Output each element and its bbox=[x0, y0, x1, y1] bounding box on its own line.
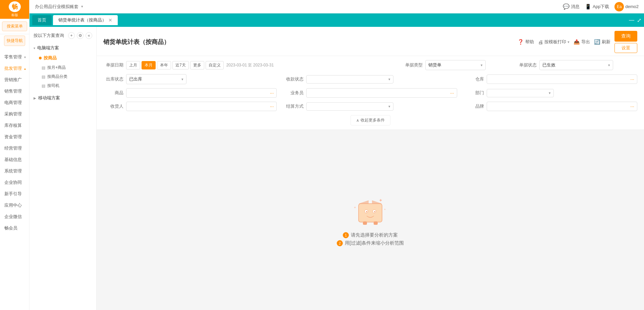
sidebar-item-purchase[interactable]: 采购管理 bbox=[0, 108, 29, 120]
sidebar-item-wholesale[interactable]: 批发管理 ▴ bbox=[0, 63, 29, 74]
minimize-icon[interactable]: — bbox=[629, 17, 634, 23]
wechat-label: 企业微信 bbox=[4, 214, 22, 220]
user-avatar: Ea bbox=[614, 2, 624, 11]
sidebar-item-newbie[interactable]: 新手引导 bbox=[0, 188, 29, 200]
collapse-label: 收起更多条件 bbox=[361, 117, 385, 123]
refresh-button[interactable]: 🔄 刷新 bbox=[594, 39, 610, 45]
hint-2-text: 用[过滤]条件来缩小分析范围 bbox=[345, 240, 404, 246]
print-dropdown-icon[interactable]: ▾ bbox=[568, 40, 570, 44]
product-dots[interactable]: ··· bbox=[270, 90, 274, 96]
app-download-button[interactable]: 📱 App下载 bbox=[585, 4, 609, 10]
workspace-dropdown[interactable]: ▾ bbox=[81, 4, 83, 9]
date-more[interactable]: 更多 bbox=[190, 61, 204, 69]
help-button[interactable]: ❓ 帮助 bbox=[518, 39, 534, 45]
sidebar-item-ecommerce[interactable]: 电商管理 bbox=[0, 97, 29, 108]
right-panel: 销货单统计表（按商品） ❓ 帮助 🖨 按模板打印 ▾ 📤 导出 bbox=[97, 27, 644, 310]
mobile-section-arrow: ▶ bbox=[34, 96, 36, 100]
tab-home[interactable]: 首页 bbox=[32, 15, 52, 25]
doc-type-value: 销货单 bbox=[428, 62, 441, 68]
sidebar-item-inventory[interactable]: 库存核算 bbox=[0, 120, 29, 131]
product-category-label: 按商品分类 bbox=[47, 74, 67, 80]
export-button[interactable]: 📤 导出 bbox=[574, 39, 590, 45]
salesperson-dots[interactable]: ··· bbox=[450, 90, 454, 96]
header-left: 办公用品行业模拟账套 ▾ bbox=[35, 4, 83, 10]
sidebar-item-marketing[interactable]: 营销推广 bbox=[0, 74, 29, 86]
date-7days[interactable]: 近7天 bbox=[172, 61, 189, 69]
query-button[interactable]: 查询 bbox=[614, 31, 637, 42]
collapse-filters-button[interactable]: ∧ 收起更多条件 bbox=[351, 115, 390, 125]
pc-section-header[interactable]: ▾ 电脑端方案 bbox=[30, 43, 96, 53]
sidebar-item-finance[interactable]: 资金管理 bbox=[0, 131, 29, 143]
user-menu[interactable]: Ea demo2 bbox=[614, 2, 639, 11]
settings-button[interactable]: 设置 bbox=[614, 43, 637, 53]
warehouse-dots[interactable]: ··· bbox=[630, 76, 634, 82]
sidebar-item-enterprise[interactable]: 企业协同 bbox=[0, 177, 29, 188]
out-status-select[interactable]: 已出库 ▾ bbox=[126, 74, 186, 84]
active-tab-label: 销货单统计表（按商品） bbox=[58, 17, 106, 23]
page-title: 销货单统计表（按商品） bbox=[103, 38, 170, 46]
sidebar-item-wechat[interactable]: 企业微信 bbox=[0, 211, 29, 222]
scheme-panel: 按以下方案查询 + ⚙ « ▾ 电脑端方案 按商品 bbox=[30, 27, 97, 310]
print-label: 按模板打印 bbox=[544, 39, 566, 45]
pc-section-label: 电脑端方案 bbox=[37, 45, 59, 51]
sidebar-item-basic[interactable]: 基础信息 bbox=[0, 154, 29, 165]
filter-product: 商品 ··· bbox=[103, 88, 277, 98]
doc-type-label: 单据类型 bbox=[402, 62, 423, 68]
settlement-arrow: ▾ bbox=[388, 104, 390, 109]
collect-status-select[interactable]: ▾ bbox=[306, 75, 393, 84]
ecommerce-label: 电商管理 bbox=[4, 100, 22, 106]
mobile-scheme-section: ▶ 移动端方案 bbox=[30, 92, 96, 104]
hint-1-text: 请先选择要分析的方案 bbox=[351, 232, 398, 238]
recipient-dots[interactable]: ··· bbox=[270, 104, 274, 109]
sidebar-item-retail[interactable]: 零售管理 ▾ bbox=[0, 51, 29, 63]
filter-section: 单据日期 上月 本月 本年 近7天 更多 自定义 2023-03-01 至 20… bbox=[97, 56, 644, 130]
collect-status-arrow: ▾ bbox=[388, 77, 390, 82]
date-last-month[interactable]: 上月 bbox=[126, 61, 140, 69]
date-this-month[interactable]: 本月 bbox=[142, 61, 156, 69]
department-select[interactable]: ▾ bbox=[487, 89, 554, 97]
close-tab-icon[interactable]: ✕ bbox=[108, 17, 112, 23]
doc-type-select[interactable]: 销货单 ▾ bbox=[425, 60, 486, 70]
collapse-scheme-button[interactable]: « bbox=[86, 32, 92, 39]
search-menu-button[interactable]: 搜索菜单 bbox=[2, 21, 27, 31]
print-icon: 🖨 bbox=[538, 39, 543, 45]
date-this-year[interactable]: 本年 bbox=[157, 61, 171, 69]
logo-area: 畅 标版 bbox=[0, 0, 29, 19]
sidebar-item-sales[interactable]: 销售管理 bbox=[0, 86, 29, 97]
date-custom[interactable]: 自定义 bbox=[206, 61, 224, 69]
purchase-label: 采购管理 bbox=[4, 111, 22, 117]
member-label: 畅会员 bbox=[4, 225, 17, 231]
settlement-select[interactable]: ▾ bbox=[306, 102, 393, 111]
scheme-sub-item-cashier[interactable]: ▤ 按司机 bbox=[30, 81, 96, 90]
filter-out-status: 出库状态 已出库 ▾ bbox=[103, 74, 277, 84]
tab-active[interactable]: 销货单统计表（按商品） ✕ bbox=[53, 15, 118, 25]
scheme-sub-item-product-category[interactable]: ▤ 按商品分类 bbox=[30, 72, 96, 81]
doc-status-select[interactable]: 已生效 ▾ bbox=[539, 60, 613, 70]
user-name: demo2 bbox=[625, 4, 639, 9]
step-1-icon: 1 bbox=[343, 232, 349, 238]
maximize-icon[interactable]: ⤢ bbox=[637, 17, 641, 23]
sidebar-item-operation[interactable]: 经营管理 bbox=[0, 143, 29, 154]
sidebar-item-system[interactable]: 系统管理 bbox=[0, 165, 29, 177]
message-button[interactable]: 💬 消息 bbox=[563, 3, 580, 10]
scheme-item-by-product[interactable]: 按商品 bbox=[30, 53, 96, 63]
main-area: 办公用品行业模拟账套 ▾ 💬 消息 📱 App下载 Ea demo2 首页 销货… bbox=[30, 0, 644, 310]
basic-label: 基础信息 bbox=[4, 157, 22, 163]
sidebar-item-apps[interactable]: 应用中心 bbox=[0, 200, 29, 211]
doc-type-arrow: ▾ bbox=[481, 63, 483, 67]
add-scheme-button[interactable]: + bbox=[68, 32, 75, 39]
brand-dots[interactable]: ··· bbox=[630, 104, 634, 109]
month-product-icon: ▤ bbox=[42, 65, 45, 70]
cashier-label: 按司机 bbox=[47, 83, 59, 89]
mobile-section-header[interactable]: ▶ 移动端方案 bbox=[30, 93, 96, 103]
filter-date: 单据日期 上月 本月 本年 近7天 更多 自定义 2023-03-01 至 20… bbox=[103, 61, 396, 69]
filter-warehouse: 仓库 ··· bbox=[464, 74, 637, 84]
print-button[interactable]: 🖨 按模板打印 ▾ bbox=[538, 39, 570, 45]
tab-bar: 首页 销货单统计表（按商品） ✕ — ⤢ bbox=[30, 13, 644, 27]
by-product-label: 按商品 bbox=[44, 55, 57, 61]
warehouse-label: 仓库 bbox=[464, 76, 484, 82]
settings-scheme-button[interactable]: ⚙ bbox=[77, 32, 84, 39]
sidebar-item-member[interactable]: 畅会员 bbox=[0, 222, 29, 234]
quick-nav-button[interactable]: 快捷导航 bbox=[4, 36, 25, 46]
scheme-sub-item-month-product[interactable]: ▤ 按月+商品 bbox=[30, 63, 96, 72]
